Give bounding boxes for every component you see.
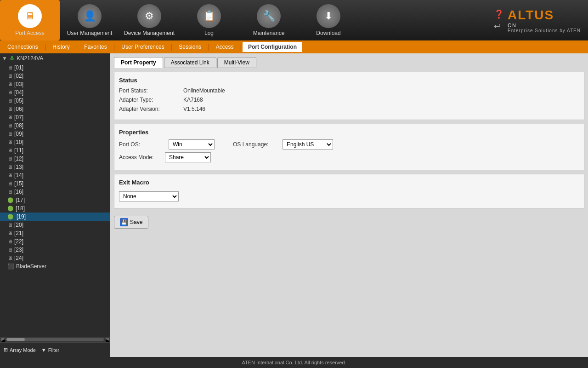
port-21[interactable]: 🖥 [21] (0, 229, 110, 237)
logout-icon[interactable]: ↩ (494, 21, 504, 31)
exit-macro-title: Exit Macro (119, 179, 579, 186)
access-mode-label: Access Mode: (119, 154, 165, 161)
exit-macro-panel: Exit Macro None Macro1 Macro2 (114, 174, 584, 208)
horizontal-scrollbar[interactable]: ◀ ▶ (0, 337, 110, 342)
properties-title: Properties (119, 129, 579, 136)
save-area: 💾 Save (114, 212, 584, 232)
port-24[interactable]: 🖥 [24] (0, 254, 110, 262)
nav-device-management[interactable]: ⚙ Device Management (119, 0, 179, 40)
port-status-value: OnlineMountable (183, 87, 225, 94)
status-title: Status (119, 77, 579, 84)
monitor-icon: 🖥 (7, 148, 12, 153)
port-01[interactable]: 🖥 [01] (0, 63, 110, 72)
scroll-right-btn[interactable]: ▶ (106, 338, 109, 341)
port-access-icon: 🖥 (18, 4, 42, 28)
tab-access[interactable]: Access (210, 42, 239, 52)
port-20[interactable]: 🖥 [20] (0, 221, 110, 229)
monitor-icon: 🖥 (7, 239, 12, 244)
port-11[interactable]: 🖥 [11] (0, 146, 110, 155)
port-22[interactable]: 🖥 [22] (0, 237, 110, 246)
monitor-icon: 🖥 (7, 115, 12, 120)
access-mode-select[interactable]: Share Exclusive Occupy (165, 152, 211, 162)
tab-sessions[interactable]: Sessions (173, 42, 207, 52)
monitor-icon: 🖥 (7, 90, 12, 95)
filter-button[interactable]: ▼ Filter (41, 347, 59, 353)
monitor-icon: 🖥 (7, 181, 12, 186)
tab-connections[interactable]: Connections (2, 42, 44, 52)
tab-history[interactable]: History (47, 42, 75, 52)
adapter-type-value: KA7168 (183, 97, 203, 103)
port-08[interactable]: 🖥 [08] (0, 121, 110, 130)
port-16[interactable]: 🖥 [16] (0, 188, 110, 196)
port-13[interactable]: 🖥 [13] (0, 163, 110, 171)
tab-multi-view[interactable]: Multi-View (217, 57, 256, 68)
port-09[interactable]: 🖥 [09] (0, 130, 110, 138)
port-17[interactable]: 🟢 [17] (0, 196, 110, 204)
exit-macro-select[interactable]: None Macro1 Macro2 (119, 191, 179, 201)
nav-user-management[interactable]: 👤 User Management (60, 0, 119, 40)
nav-tabs-bar: Connections | History | Favorites | User… (0, 40, 588, 53)
blade-server[interactable]: ⬛ BladeServer (0, 262, 110, 270)
port-19[interactable]: 🟢 [19] (0, 213, 110, 221)
monitor-icon: 🖥 (7, 98, 12, 104)
port-15[interactable]: 🖥 [15] (0, 179, 110, 188)
scroll-thumb (6, 338, 25, 341)
port-os-select[interactable]: Win Mac Sun Other (169, 139, 215, 150)
array-mode-button[interactable]: ⊞ Array Mode (4, 347, 36, 353)
nav-port-access-label: Port Access (15, 30, 44, 36)
brand-name: ALTUSCN Enterprise Solutions by ATEN (508, 8, 581, 33)
port-07[interactable]: 🖥 [07] (0, 113, 110, 121)
monitor-icon: 🖥 (7, 65, 12, 70)
nav-port-access[interactable]: 🖥 Port Access (0, 0, 60, 40)
adapter-version-row: Adapter Version: V1.5.146 (119, 106, 579, 112)
nav-maintenance-label: Maintenance (253, 30, 285, 36)
root-device-icon: 🖧 (9, 55, 15, 62)
os-language-label: OS Language: (233, 141, 279, 148)
tab-associated-link[interactable]: Associated Link (164, 57, 216, 68)
scroll-track (6, 338, 104, 341)
nav-maintenance[interactable]: 🔧 Maintenance (239, 0, 299, 40)
port-10[interactable]: 🖥 [10] (0, 138, 110, 146)
log-icon: 📋 (197, 4, 221, 28)
filter-icon: ▼ (41, 347, 46, 353)
nav-download-label: Download (316, 30, 340, 36)
port-14[interactable]: 🖥 [14] (0, 171, 110, 179)
save-icon: 💾 (120, 218, 128, 226)
port-os-group: Port OS: Win Mac Sun Other (119, 139, 215, 150)
port-03[interactable]: 🖥 [03] (0, 80, 110, 88)
footer-bar: ATEN International Co. Ltd. All rights r… (0, 357, 588, 368)
root-label: KN2124VA (17, 55, 43, 62)
port-02[interactable]: 🖥 [02] (0, 72, 110, 80)
nav-download[interactable]: ⬇ Download (299, 0, 358, 40)
nav-user-management-label: User Management (67, 30, 113, 36)
tab-port-configuration[interactable]: Port Configuration (243, 42, 302, 52)
nav-log[interactable]: 📋 Log (179, 0, 239, 40)
footer-text: ATEN International Co. Ltd. All rights r… (242, 360, 346, 365)
download-icon: ⬇ (317, 4, 340, 28)
top-navigation-bar: 🖥 Port Access 👤 User Management ⚙ Device… (0, 0, 588, 40)
monitor-icon: 🖥 (7, 81, 12, 87)
port-05[interactable]: 🖥 [05] (0, 97, 110, 105)
scroll-left-btn[interactable]: ◀ (1, 338, 5, 341)
port-06[interactable]: 🖥 [06] (0, 105, 110, 113)
tab-port-property[interactable]: Port Property (114, 57, 163, 68)
content-area: Port Property Associated Link Multi-View… (110, 53, 588, 357)
monitor-icon: 🖥 (7, 172, 12, 178)
port-04[interactable]: 🖥 [04] (0, 88, 110, 97)
tab-user-preferences[interactable]: User Preferences (116, 42, 170, 52)
port-status-label: Port Status: (119, 87, 183, 94)
monitor-icon: 🖥 (7, 230, 12, 236)
help-icon[interactable]: ❓ (494, 9, 504, 19)
port-23[interactable]: 🖥 [23] (0, 246, 110, 254)
os-language-group: OS Language: English US English UK Frenc… (233, 139, 333, 150)
port-18[interactable]: 🟢 [18] (0, 204, 110, 213)
monitor-icon: 🖥 (7, 222, 12, 228)
active-port-icon: 🟢 (7, 214, 14, 220)
os-language-select[interactable]: English US English UK French German Japa… (283, 139, 333, 150)
tab-favorites[interactable]: Favorites (79, 42, 112, 52)
sidebar-root[interactable]: ▼ 🖧 KN2124VA (0, 53, 110, 63)
port-12[interactable]: 🖥 [12] (0, 155, 110, 163)
blade-server-icon: ⬛ (7, 263, 14, 270)
nav-log-label: Log (204, 30, 214, 36)
save-button[interactable]: 💾 Save (114, 216, 148, 229)
